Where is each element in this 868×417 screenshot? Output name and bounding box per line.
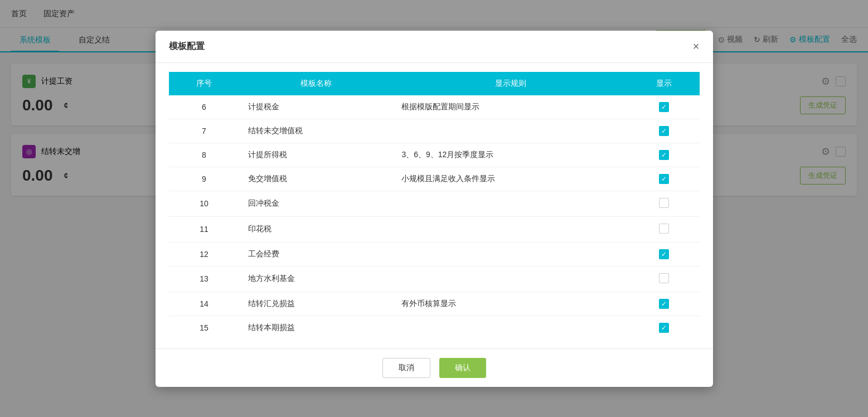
table-row: 12工会经费✓ — [169, 242, 700, 266]
table-row: 8计提所得税3、6、9、12月按季度显示✓ — [169, 143, 700, 167]
row-checkbox[interactable]: ✓ — [659, 323, 669, 333]
row-rule: 根据模版配置期间显示 — [392, 95, 628, 119]
row-checkbox[interactable] — [659, 198, 669, 208]
row-index: 13 — [169, 266, 240, 292]
row-checkbox-cell — [629, 266, 700, 292]
row-name: 印花税 — [239, 216, 392, 242]
table-row: 11印花税 — [169, 216, 700, 242]
row-index: 12 — [169, 242, 240, 266]
config-table: 序号 模板名称 显示规则 显示 6计提税金根据模版配置期间显示✓7结转未交增值税… — [169, 72, 700, 340]
table-row: 7结转未交增值税✓ — [169, 119, 700, 143]
table-row: 15结转本期损益✓ — [169, 316, 700, 340]
col-header-index: 序号 — [169, 72, 240, 95]
row-checkbox-cell — [629, 216, 700, 242]
row-checkbox[interactable]: ✓ — [659, 126, 669, 136]
row-checkbox-cell: ✓ — [629, 95, 700, 119]
table-body: 6计提税金根据模版配置期间显示✓7结转未交增值税✓8计提所得税3、6、9、12月… — [169, 95, 700, 340]
row-index: 10 — [169, 191, 240, 216]
col-header-display: 显示 — [629, 72, 700, 95]
row-checkbox-cell: ✓ — [629, 143, 700, 167]
template-config-modal: 模板配置 × 序号 模板名称 显示规则 显示 6 — [156, 31, 713, 387]
row-rule — [392, 266, 628, 292]
row-rule: 小规模且满足收入条件显示 — [392, 167, 628, 191]
row-checkbox[interactable]: ✓ — [659, 249, 669, 259]
row-name: 计提所得税 — [239, 143, 392, 167]
row-name: 免交增值税 — [239, 167, 392, 191]
table-header: 序号 模板名称 显示规则 显示 — [169, 72, 700, 95]
row-name: 结转未交增值税 — [239, 119, 392, 143]
row-rule: 3、6、9、12月按季度显示 — [392, 143, 628, 167]
confirm-button[interactable]: 确认 — [439, 358, 486, 378]
row-rule — [392, 119, 628, 143]
row-checkbox-cell: ✓ — [629, 167, 700, 191]
modal-title: 模板配置 — [169, 41, 205, 52]
row-checkbox-cell: ✓ — [629, 119, 700, 143]
table-scroll-area[interactable]: 序号 模板名称 显示规则 显示 6计提税金根据模版配置期间显示✓7结转未交增值税… — [169, 72, 700, 340]
row-checkbox-cell: ✓ — [629, 292, 700, 316]
row-checkbox[interactable]: ✓ — [659, 102, 669, 112]
row-name: 工会经费 — [239, 242, 392, 266]
row-index: 11 — [169, 216, 240, 242]
row-rule — [392, 191, 628, 216]
col-header-name: 模板名称 — [239, 72, 392, 95]
table-row: 10回冲税金 — [169, 191, 700, 216]
modal-body: 序号 模板名称 显示规则 显示 6计提税金根据模版配置期间显示✓7结转未交增值税… — [156, 63, 713, 348]
modal-header: 模板配置 × — [156, 31, 713, 63]
row-rule — [392, 216, 628, 242]
row-name: 结转汇兑损益 — [239, 292, 392, 316]
row-rule — [392, 242, 628, 266]
row-index: 15 — [169, 316, 240, 340]
row-checkbox-cell: ✓ — [629, 242, 700, 266]
table-row: 6计提税金根据模版配置期间显示✓ — [169, 95, 700, 119]
row-index: 14 — [169, 292, 240, 316]
row-index: 8 — [169, 143, 240, 167]
row-index: 6 — [169, 95, 240, 119]
row-checkbox-cell — [629, 191, 700, 216]
row-rule: 有外币核算显示 — [392, 292, 628, 316]
row-name: 结转本期损益 — [239, 316, 392, 340]
table-row: 9免交增值税小规模且满足收入条件显示✓ — [169, 167, 700, 191]
table-row: 13地方水利基金 — [169, 266, 700, 292]
row-checkbox[interactable]: ✓ — [659, 150, 669, 160]
row-checkbox[interactable]: ✓ — [659, 174, 669, 184]
row-name: 回冲税金 — [239, 191, 392, 216]
table-row: 14结转汇兑损益有外币核算显示✓ — [169, 292, 700, 316]
row-name: 地方水利基金 — [239, 266, 392, 292]
row-index: 7 — [169, 119, 240, 143]
modal-close-button[interactable]: × — [693, 41, 700, 52]
row-checkbox[interactable] — [659, 224, 669, 234]
col-header-rule: 显示规则 — [392, 72, 628, 95]
cancel-button[interactable]: 取消 — [382, 358, 430, 378]
row-checkbox[interactable]: ✓ — [659, 299, 669, 309]
row-rule — [392, 316, 628, 340]
modal-footer: 取消 确认 — [156, 348, 713, 387]
row-checkbox[interactable] — [659, 273, 669, 283]
row-name: 计提税金 — [239, 95, 392, 119]
modal-overlay: 模板配置 × 序号 模板名称 显示规则 显示 6 — [0, 0, 868, 417]
row-index: 9 — [169, 167, 240, 191]
row-checkbox-cell: ✓ — [629, 316, 700, 340]
